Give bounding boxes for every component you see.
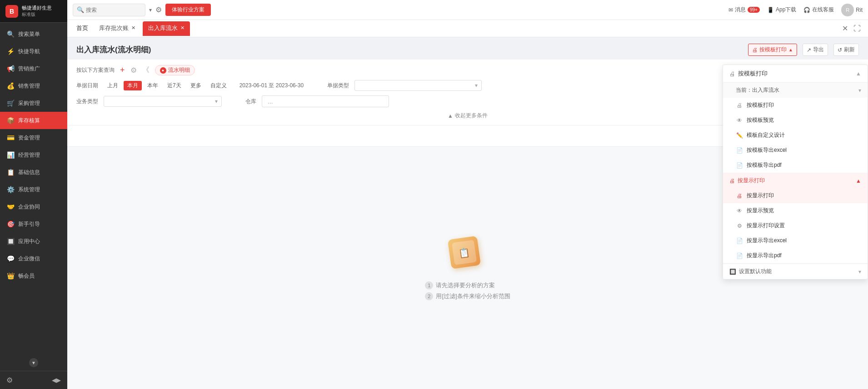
sidebar-item-search[interactable]: 🔍 搜索菜单 [0,25,67,43]
date-tab-custom[interactable]: 自定义 [207,81,230,90]
filter-add-btn[interactable]: + [120,65,125,75]
sidebar-item-marketing[interactable]: 📢 营销推广 [0,60,67,77]
guide-icon: 🎯 [6,220,15,228]
app-name: 畅捷通好生意 [22,5,52,11]
dropdown-export-excel-display[interactable]: 📄 按显示导出excel [723,233,868,248]
sidebar-item-label: 营销推广 [18,65,40,73]
filter-tag-flow[interactable]: ● 流水明细 [155,65,195,75]
dropdown-print-display[interactable]: 🖨 按显示打印 [723,188,868,203]
sidebar-item-purchase[interactable]: 🛒 采购管理 [0,95,67,112]
tab-flow-label: 出入库流水 [148,24,178,32]
date-tab-more[interactable]: 更多 [187,81,205,90]
dropdown-footer[interactable]: 🔲 设置默认功能 ▾ [723,264,868,279]
app-download-label: App下载 [776,6,796,14]
date-tab-this-month[interactable]: 本月 [124,81,142,90]
app-download-btn[interactable]: 📱 App下载 [767,6,796,14]
tab-home[interactable]: 首页 [73,21,92,36]
customer-service-btn[interactable]: 🎧 在线客服 [803,6,834,14]
dropdown-preview-display[interactable]: 👁 按显示预览 [723,203,868,218]
sidebar-item-label: 销售管理 [18,82,40,90]
display-print-icon: 🖨 [729,178,735,184]
tab-batch-label: 库存批次账 [99,24,129,32]
date-tab-7days[interactable]: 近7天 [164,81,185,90]
dropdown-group-chevron[interactable]: ▲ [856,178,861,184]
collapse-icon: ▲ [448,113,453,119]
tab-flow-close[interactable]: ✕ [180,25,185,31]
search-input[interactable] [86,7,141,13]
print-chevron-up[interactable]: ▲ [788,47,793,52]
dropdown-export-excel-template[interactable]: 📄 按模板导出excel [723,143,868,158]
sidebar-item-guide[interactable]: 🎯 新手引导 [0,215,67,233]
sidebar-item-operation[interactable]: 📊 经营管理 [0,146,67,164]
page-actions: 🖨 按模板打印 ▲ ↗ 导出 ↺ 刷新 [748,44,859,56]
date-tab-this-year[interactable]: 本年 [144,81,162,90]
dropdown-current-item: 当前：出入库流水 ▾ [723,83,868,98]
topbar-search-box[interactable]: 🔍 [73,4,145,16]
dropdown-export-pdf-template[interactable]: 📄 按模板导出pdf [723,158,868,173]
biz-type-label: 业务类型 [76,98,98,105]
refresh-label: 刷新 [844,46,855,54]
warehouse-select[interactable]: ... [262,95,389,107]
sidebar-item-label: 畅会员 [18,272,35,280]
notifications-label: 消息 [735,6,746,14]
dropdown-settings-display-label: 按显示打印设置 [747,222,785,229]
dropdown-print-template[interactable]: 🖨 按模板打印 [723,98,868,113]
sidebar-scroll-down[interactable]: ▼ [29,358,38,367]
sidebar-item-system[interactable]: ⚙️ 系统管理 [0,181,67,198]
sidebar-collapse-icon[interactable]: ◀▶ [52,377,61,384]
warehouse-more[interactable]: ... [268,98,273,105]
dropdown-export-pdf-display[interactable]: 📄 按显示导出pdf [723,248,868,263]
user-avatar-area[interactable]: R Rit [841,4,863,16]
sidebar-settings-icon[interactable]: ⚙ [6,376,13,384]
expand-icon[interactable]: ⛶ [852,23,863,35]
sidebar-item-inventory[interactable]: 📦 库存核算 [0,112,67,129]
notifications-btn[interactable]: ✉ 消息 99+ [728,6,760,14]
sidebar-item-member[interactable]: 👑 畅会员 [0,267,67,284]
doc-type-select[interactable]: ▾ [354,80,482,91]
date-label: 单据日期 [76,82,98,90]
dropdown-print-template-label: 按模板打印 [747,101,774,109]
printer-icon: 🖨 [752,47,758,53]
export-label: 导出 [813,46,824,54]
step-2-text: 用[过滤]条件来缩小分析范围 [436,292,510,300]
tab-batch[interactable]: 库存批次账 ✕ [94,21,141,36]
filter-collapse-icon[interactable]: 《 [142,65,150,75]
sidebar-item-quick-nav[interactable]: ⚡ 快捷导航 [0,43,67,60]
dropdown-settings-display[interactable]: ⚙ 按显示打印设置 [723,218,868,233]
tab-batch-close[interactable]: ✕ [131,25,135,31]
sidebar-item-label: 经营管理 [18,151,40,159]
refresh-btn[interactable]: ↺ 刷新 [833,44,859,56]
sidebar-item-coop[interactable]: 🤝 企业协同 [0,198,67,215]
dropdown-collapse-icon[interactable]: ▲ [856,70,861,77]
print-template-btn[interactable]: 🖨 按模板打印 ▲ [748,44,797,56]
sidebar-item-label: 应用中心 [18,238,40,245]
refresh-icon: ↺ [838,47,842,53]
biz-type-select[interactable]: ▾ [104,96,222,107]
user-avatar: R [841,4,854,16]
tab-flow[interactable]: 出入库流水 ✕ [143,21,190,36]
settings-display-icon: ⚙ [736,222,743,229]
topbar-dropdown-icon[interactable]: ▾ [149,7,152,13]
empty-step-2: 2 用[过滤]条件来缩小分析范围 [425,292,510,300]
sidebar-item-label: 系统管理 [18,186,40,194]
export-btn[interactable]: ↗ 导出 [803,44,828,56]
sidebar-item-apps[interactable]: 🔲 应用中心 [0,233,67,250]
apps-icon: 🔲 [6,237,15,245]
sidebar-footer: ⚙ ◀▶ [0,371,67,389]
dropdown-group-header[interactable]: 🖨 按显示打印 ▲ [723,173,868,188]
dropdown-custom-template[interactable]: ✏️ 模板自定义设计 [723,128,868,143]
notifications-icon: ✉ [728,7,733,13]
collapse-more-btn[interactable]: ▲ 收起更多条件 [448,112,488,120]
biz-type-chevron: ▾ [215,98,218,105]
date-tab-last-month[interactable]: 上月 [104,81,122,90]
filter-settings-btn[interactable]: ⚙ [130,66,137,75]
dropdown-preview-template[interactable]: 👁 按模板预览 [723,113,868,128]
sidebar-item-basic[interactable]: 📋 基础信息 [0,164,67,181]
sidebar-item-sales[interactable]: 💰 销售管理 [0,77,67,95]
close-tab-icon[interactable]: ✕ [840,22,850,35]
topbar-settings-icon[interactable]: ⚙ [155,5,162,14]
doc-type-label: 单据类型 [327,82,349,90]
sidebar-item-finance[interactable]: 💳 资金管理 [0,129,67,146]
industry-btn[interactable]: 体验行业方案 [165,4,211,16]
sidebar-item-wechat[interactable]: 💬 企业微信 [0,250,67,267]
